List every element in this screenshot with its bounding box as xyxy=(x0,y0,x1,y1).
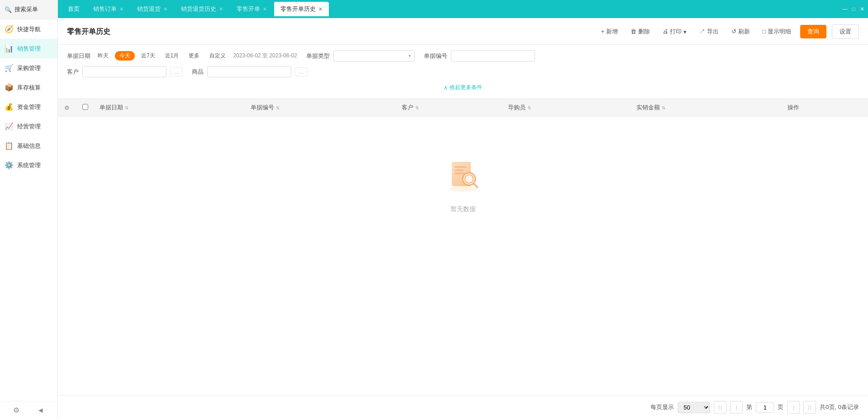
svg-line-8 xyxy=(474,184,478,188)
customer-filter-label: 客户 xyxy=(67,68,79,76)
per-page-label: 每页显示 xyxy=(650,403,674,411)
close-button[interactable]: ✕ xyxy=(860,6,864,12)
type-filter-select[interactable] xyxy=(333,50,415,61)
prev-page-button[interactable]: ⟨ xyxy=(730,401,743,414)
display-detail-button[interactable]: □ 显示明细 xyxy=(759,26,795,38)
tab-sales-return[interactable]: 销货退货✕ xyxy=(131,2,174,16)
minimize-button[interactable]: — xyxy=(842,6,848,12)
sidebar-search[interactable]: 🔍 搜索采单 xyxy=(0,0,57,19)
table-checkbox-all[interactable] xyxy=(76,99,94,117)
filter-area: 单据日期 昨天今天近7天近1月更多自定义 2023-06-02 至 2023-0… xyxy=(58,45,868,99)
type-filter-item: 单据类型 ▾ xyxy=(306,50,415,61)
tab-sales-return-history[interactable]: 销货退货历史✕ xyxy=(175,2,229,16)
sidebar-label-sales: 销售管理 xyxy=(17,45,41,53)
th-label-date: 单据日期 xyxy=(100,104,123,112)
sort-icon-salesperson: ⇅ xyxy=(527,105,531,110)
goods-filter-input[interactable] xyxy=(207,66,291,77)
date-btn-自定义[interactable]: 自定义 xyxy=(206,51,229,61)
collapse-sidebar-icon[interactable]: ◄ xyxy=(37,406,44,414)
tab-close-retail-open[interactable]: ✕ xyxy=(263,6,267,12)
sort-icon-number: ⇅ xyxy=(276,105,280,110)
sidebar-item-inventory[interactable]: 📦库存核算 xyxy=(0,78,57,97)
number-filter-label: 单据编号 xyxy=(424,52,447,60)
delete-button[interactable]: 🗑 删除 xyxy=(627,26,654,38)
export-button[interactable]: ↗ 导出 xyxy=(696,26,722,38)
sidebar-icon-quick-nav: 🧭 xyxy=(5,25,14,33)
th-label-amount: 实销金额 xyxy=(636,104,660,112)
page-input[interactable] xyxy=(756,402,774,413)
tab-label-sales-return-history: 销货退货历史 xyxy=(181,5,216,13)
date-btn-近7天[interactable]: 近7天 xyxy=(138,51,159,61)
settings-footer-icon[interactable]: ⚙ xyxy=(13,406,19,414)
svg-point-7 xyxy=(465,175,473,183)
date-btn-近1月[interactable]: 近1月 xyxy=(161,51,183,61)
date-btn-更多[interactable]: 更多 xyxy=(185,51,203,61)
table-container: ⚙ 单据日期⇅单据编号⇅客户⇅导购员⇅实销金额⇅操作 xyxy=(58,99,868,395)
th-amount[interactable]: 实销金额⇅ xyxy=(631,99,782,117)
maximize-button[interactable]: □ xyxy=(852,6,855,12)
sort-icon-date: ⇅ xyxy=(125,105,128,110)
add-button[interactable]: + 新增 xyxy=(598,26,621,38)
select-all-checkbox[interactable] xyxy=(82,104,88,110)
th-date[interactable]: 单据日期⇅ xyxy=(94,99,245,117)
collapse-filter-button[interactable]: ∧ 收起更多条件 xyxy=(67,82,859,93)
settings-button[interactable]: 设置 xyxy=(832,24,859,39)
sidebar-item-sales[interactable]: 📊销售管理 xyxy=(0,39,57,58)
sidebar-item-finance[interactable]: 💰资金管理 xyxy=(0,97,57,117)
toolbar: + 新增 🗑 删除 🖨 打印 ▾ ↗ 导出 ↺ 刷新 □ 显示明细 查询 设置 xyxy=(598,24,859,39)
sidebar-item-basic[interactable]: 📋基础信息 xyxy=(0,136,57,155)
goods-more-button[interactable]: ... xyxy=(295,67,308,76)
print-label: 🖨 打印 xyxy=(663,28,682,36)
refresh-button[interactable]: ↺ 刷新 xyxy=(728,26,754,38)
tab-label-retail-open: 零售开单 xyxy=(237,5,260,13)
table-settings-icon[interactable]: ⚙ xyxy=(58,99,76,117)
next-page-button[interactable]: ⟩ xyxy=(787,401,800,414)
total-info: 共0页, 0条记录 xyxy=(820,403,859,411)
th-customer[interactable]: 客户⇅ xyxy=(396,99,503,117)
empty-state: 暂无数据 xyxy=(58,117,868,250)
date-btn-昨天[interactable]: 昨天 xyxy=(94,51,112,61)
goods-filter-label: 商品 xyxy=(192,68,204,76)
sidebar-item-quick-nav[interactable]: 🧭快捷导航 xyxy=(0,19,57,39)
tab-close-sales-return[interactable]: ✕ xyxy=(163,6,167,12)
tab-retail-history[interactable]: 零售开单历史✕ xyxy=(274,2,329,16)
th-number[interactable]: 单据编号⇅ xyxy=(245,99,396,117)
tab-label-retail-history: 零售开单历史 xyxy=(280,5,316,13)
sidebar-label-basic: 基础信息 xyxy=(17,142,41,150)
tab-close-retail-history[interactable]: ✕ xyxy=(318,6,323,12)
customer-more-button[interactable]: ... xyxy=(170,67,183,76)
window-controls: — □ ✕ xyxy=(842,6,864,12)
th-salesperson[interactable]: 导购员⇅ xyxy=(503,99,631,117)
main-area: 首页销售订单✕销货退货✕销货退货历史✕零售开单✕零售开单历史✕ — □ ✕ 零售… xyxy=(58,0,868,419)
date-btn-今天[interactable]: 今天 xyxy=(115,51,135,61)
sidebar-item-system[interactable]: ⚙️系统管理 xyxy=(0,155,57,175)
svg-point-0 xyxy=(450,186,477,192)
number-filter-input[interactable] xyxy=(451,50,535,61)
tab-sales-order[interactable]: 销售订单✕ xyxy=(87,2,130,16)
query-button[interactable]: 查询 xyxy=(800,25,826,38)
number-filter-item: 单据编号 xyxy=(424,50,535,61)
pagination: 每页显示 50 10 20 100 ▾ ⟨⟨ ⟨ 第 页 ⟩ ⟩⟩ 共0页, 0… xyxy=(58,395,868,419)
empty-text: 暂无数据 xyxy=(451,205,476,213)
per-page-select[interactable]: 50 10 20 100 xyxy=(678,402,710,413)
goods-filter-item: 商品 ... xyxy=(192,66,308,77)
sidebar-label-inventory: 库存核算 xyxy=(17,84,41,92)
tab-retail-open[interactable]: 零售开单✕ xyxy=(230,2,273,16)
customer-filter-input[interactable] xyxy=(82,66,166,77)
tab-close-sales-order[interactable]: ✕ xyxy=(119,6,123,12)
sidebar-label-operations: 经营管理 xyxy=(17,122,41,131)
sidebar-footer: ⚙ ◄ xyxy=(0,401,57,419)
print-button[interactable]: 🖨 打印 ▾ xyxy=(659,26,691,38)
first-page-button[interactable]: ⟨⟨ xyxy=(714,401,726,414)
sidebar-item-operations[interactable]: 📈经营管理 xyxy=(0,117,57,136)
sidebar-icon-finance: 💰 xyxy=(5,103,14,111)
page-title: 零售开单历史 xyxy=(67,27,110,37)
sidebar-item-purchase[interactable]: 🛒采购管理 xyxy=(0,58,57,78)
svg-rect-4 xyxy=(455,169,464,171)
type-filter-label: 单据类型 xyxy=(306,52,330,60)
sidebar-label-finance: 资金管理 xyxy=(17,103,41,111)
tab-close-sales-return-history[interactable]: ✕ xyxy=(219,6,223,12)
date-range-display: 2023-06-02 至 2023-06-02 xyxy=(233,52,297,60)
last-page-button[interactable]: ⟩⟩ xyxy=(803,401,816,414)
tab-home[interactable]: 首页 xyxy=(62,2,86,16)
